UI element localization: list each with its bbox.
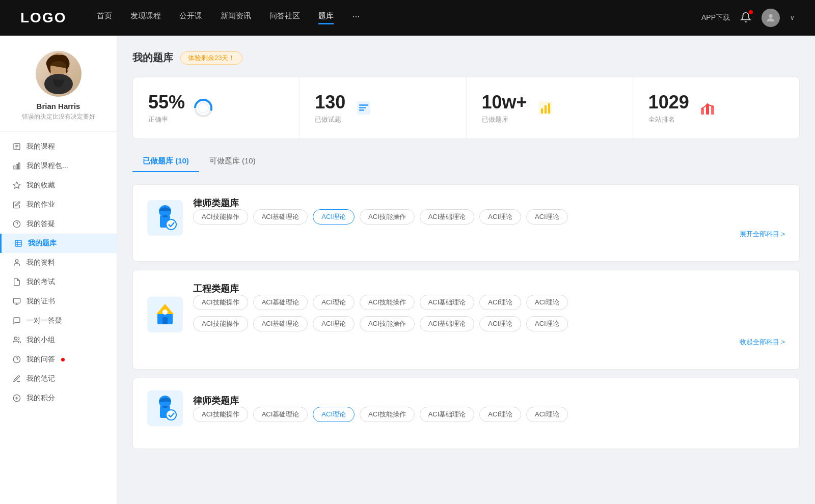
nav-home[interactable]: 首页 (97, 11, 112, 24)
nav-qa[interactable]: 问答社区 (269, 11, 300, 24)
sidebar-item-points[interactable]: 我的积分 (0, 388, 117, 408)
svg-rect-43 (162, 215, 168, 217)
sidebar-label-profile: 我的资料 (26, 258, 55, 267)
stat-done-questions: 130 已做试题 (300, 77, 466, 138)
user-avatar[interactable] (762, 9, 780, 27)
sidebar-menu: 我的课程 我的课程包... 我的收藏 我的作业 (0, 132, 117, 408)
sidebar-item-questions[interactable]: 我的答疑 (0, 214, 117, 234)
edit-icon (12, 200, 21, 209)
sidebar-item-tutor[interactable]: 一对一答疑 (0, 311, 117, 330)
sidebar-label-homework: 我的作业 (26, 200, 55, 209)
bank-tag[interactable]: ACI基础理论 (420, 316, 475, 331)
bank-tag[interactable]: ACI理论 (479, 407, 521, 422)
nav-openclass[interactable]: 公开课 (179, 11, 202, 24)
done-banks-label: 已做题库 (482, 115, 527, 124)
svg-point-20 (14, 337, 17, 340)
svg-rect-28 (359, 104, 368, 106)
stats-row: 55% 正确率 130 已做试题 (132, 77, 800, 139)
expand-link-lawyer[interactable]: 展开全部科目 > (193, 230, 785, 239)
tab-done-label: 已做题库 (143, 156, 173, 165)
chat-icon (12, 316, 21, 325)
bank-icon-lawyer (147, 200, 183, 236)
bank-tag[interactable]: ACI技能操作 (360, 407, 415, 422)
svg-rect-8 (14, 166, 15, 169)
bank-tag[interactable]: ACI理论 (526, 209, 568, 225)
nav-discover[interactable]: 发现课程 (130, 11, 161, 24)
user-menu-chevron[interactable]: ∨ (790, 14, 795, 21)
bank-tags-engineer-row2: ACI技能操作 ACI基础理论 ACI理论 ACI技能操作 ACI基础理论 AC… (193, 316, 785, 331)
bank-content-lawyer: 律师类题库 ACI技能操作 ACI基础理论 ACI理论 ACI技能操作 ACI基… (193, 197, 785, 239)
sidebar-item-profile[interactable]: 我的资料 (0, 253, 117, 272)
svg-rect-30 (359, 109, 364, 111)
tab-done[interactable]: 已做题库 (10) (132, 151, 199, 172)
sidebar-item-certs[interactable]: 我的证书 (0, 292, 117, 311)
avatar-image (36, 51, 82, 97)
bank-tag[interactable]: ACI理论 (479, 209, 521, 225)
bank-tag[interactable]: ACI基础理论 (253, 295, 308, 310)
cert-icon (12, 297, 21, 306)
bank-tag-active[interactable]: ACI理论 (313, 209, 355, 225)
qa-notification-dot (61, 358, 65, 361)
sidebar-label-bank: 我的题库 (28, 239, 57, 248)
svg-point-0 (769, 14, 772, 18)
bank-tag[interactable]: ACI理论 (526, 407, 568, 422)
sidebar-label-points: 我的积分 (26, 394, 55, 403)
rank-icon (697, 98, 718, 118)
bank-tag[interactable]: ACI技能操作 (360, 209, 415, 225)
bank-tag[interactable]: ACI技能操作 (193, 209, 248, 225)
bank-tag[interactable]: ACI基础理论 (253, 316, 308, 331)
sidebar-label-myqa: 我的问答 (26, 355, 55, 364)
bank-tag[interactable]: ACI理论 (526, 316, 568, 331)
bank-tags-lawyer2: ACI技能操作 ACI基础理论 ACI理论 ACI技能操作 ACI基础理论 AC… (193, 407, 785, 422)
svg-rect-34 (548, 103, 550, 114)
nav-more[interactable]: ··· (352, 11, 360, 24)
bank-tag[interactable]: ACI基础理论 (420, 295, 475, 310)
bank-tag-active[interactable]: ACI理论 (313, 407, 355, 422)
sidebar-item-exams[interactable]: 我的考试 (0, 272, 117, 292)
bank-tag[interactable]: ACI理论 (313, 295, 355, 310)
svg-rect-29 (359, 107, 366, 108)
logo: LOGO (20, 10, 66, 26)
bank-tag[interactable]: ACI理论 (479, 295, 521, 310)
bank-tag[interactable]: ACI技能操作 (360, 316, 415, 331)
sidebar-item-favorites[interactable]: 我的收藏 (0, 176, 117, 195)
nav-bank[interactable]: 题库 (318, 11, 334, 24)
bank-tag[interactable]: ACI理论 (526, 295, 568, 310)
table-icon (14, 239, 23, 248)
points-icon (12, 394, 21, 403)
svg-rect-50 (162, 406, 168, 408)
svg-marker-11 (13, 182, 20, 188)
bank-tag[interactable]: ACI基础理论 (253, 209, 308, 225)
bank-tag[interactable]: ACI理论 (479, 316, 521, 331)
stat-done-text: 130 已做试题 (315, 92, 345, 124)
bank-tag[interactable]: ACI技能操作 (193, 316, 248, 331)
sidebar-item-homework[interactable]: 我的作业 (0, 195, 117, 214)
sidebar-item-packages[interactable]: 我的课程包... (0, 156, 117, 176)
bank-tag[interactable]: ACI技能操作 (193, 295, 248, 310)
qa-icon (12, 355, 21, 364)
bank-tag[interactable]: ACI基础理论 (420, 209, 475, 225)
svg-point-26 (198, 103, 208, 113)
app-download-link[interactable]: APP下载 (701, 13, 730, 22)
bank-tag[interactable]: ACI基础理论 (420, 407, 475, 422)
svg-rect-14 (15, 240, 21, 246)
doc-icon (12, 277, 21, 287)
bank-tag[interactable]: ACI理论 (313, 316, 355, 331)
tabs: 已做题库 (10) 可做题库 (10) (132, 151, 800, 172)
collapse-link-engineer[interactable]: 收起全部科目 > (193, 338, 785, 347)
bank-tag[interactable]: ACI技能操作 (193, 407, 248, 422)
bank-tag[interactable]: ACI技能操作 (360, 295, 415, 310)
tab-available[interactable]: 可做题库 (10) (199, 151, 266, 172)
sidebar-item-group[interactable]: 我的小组 (0, 330, 117, 350)
sidebar-item-bank[interactable]: 我的题库 (0, 234, 117, 253)
rank-label: 全站排名 (648, 115, 689, 124)
svg-rect-10 (18, 163, 20, 169)
sidebar-label-favorites: 我的收藏 (26, 181, 55, 190)
sidebar-item-courses[interactable]: 我的课程 (0, 137, 117, 156)
bank-tag[interactable]: ACI基础理论 (253, 407, 308, 422)
nav-news[interactable]: 新闻资讯 (221, 11, 251, 24)
stat-accuracy: 55% 正确率 (133, 77, 300, 138)
sidebar-item-notes[interactable]: 我的笔记 (0, 369, 117, 388)
sidebar-item-myqa[interactable]: 我的问答 (0, 350, 117, 369)
notification-bell[interactable] (740, 12, 751, 24)
